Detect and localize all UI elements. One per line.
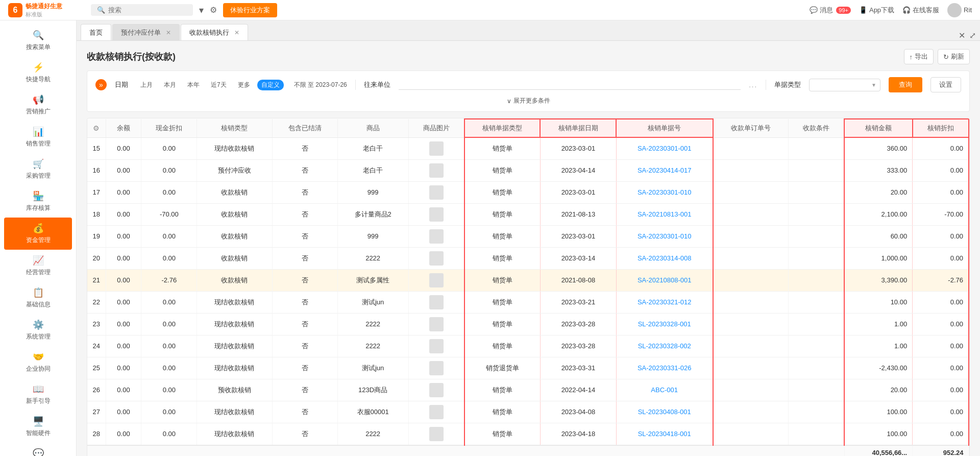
cell-verify-amount: 1,000.00 [844,247,913,269]
sidebar-item-basic-info[interactable]: 📋 基础信息 [0,282,76,314]
cell-verify-bill-no[interactable]: SA-20230301-010 [616,225,713,247]
cell-verify-discount: 0.00 [913,159,969,181]
industry-solution-button[interactable]: 休验行业方案 [223,3,277,17]
date-btn-custom[interactable]: 自定义 [257,80,284,90]
top-bar: 6 畅捷通好生意 标准版 🔍 ▾ ⚙ 休验行业方案 💬 消息 99+ 📱 App… [0,0,980,20]
sidebar-item-inventory[interactable]: 🏪 库存核算 [0,185,76,218]
footer-verify-discount-total: 952.24 [913,445,969,457]
sidebar-item-hardware[interactable]: 🖥️ 智能硬件 [0,411,76,443]
window-close-icon[interactable]: ✕ [959,31,965,40]
tab-receipt-verify[interactable]: 收款核销执行 ✕ [181,24,248,40]
cell-verify-bill-no[interactable]: ABC-001 [616,379,713,401]
refresh-button[interactable]: ↻ 刷新 [938,49,970,64]
top-search-input[interactable] [108,6,180,14]
table-row: 250.000.00现结收款核销否测试jun 销货退货单2023-03-31SA… [87,357,969,379]
verify-bill-no-link[interactable]: SA-20230321-012 [638,298,692,306]
sidebar-item-quick-nav[interactable]: ⚡ 快捷导航 [0,57,76,89]
cell-verify-bill-no[interactable]: SA-20230314-008 [616,247,713,269]
cell-cash-discount: 0.00 [141,313,197,335]
cell-verify-amount: 3,390.00 [844,269,913,291]
filter-expand-button[interactable]: » [95,79,107,90]
cell-verify-bill-no[interactable]: SL-20230328-001 [616,313,713,335]
verify-bill-no-link[interactable]: ABC-001 [651,386,678,394]
cell-verify-bill-no[interactable]: SL-20230408-001 [616,401,713,423]
sidebar-item-search[interactable]: 🔍 搜索菜单 [0,25,76,57]
cell-cash-discount: -2.76 [141,269,197,291]
online-service-button[interactable]: 🎧 在线客服 [902,6,939,15]
cell-verify-type: 收款核销 [197,225,272,247]
expand-more-conditions[interactable]: ∨ 展开更多条件 [95,97,961,105]
cell-verify-bill-no[interactable]: SA-20210808-001 [616,269,713,291]
cell-verify-amount: 1.00 [844,313,913,335]
date-btn-last-month[interactable]: 上月 [136,80,157,90]
tab-home[interactable]: 首页 [81,24,111,40]
verify-bill-no-link[interactable]: SL-20230418-001 [638,430,691,438]
date-btn-last-7days[interactable]: 近7天 [207,80,231,90]
sidebar-item-operations[interactable]: 📈 经营管理 [0,250,76,282]
cell-verify-bill-no[interactable]: SA-20230301-001 [616,137,713,159]
table-settings-icon[interactable]: ⚙ [93,124,100,132]
date-btn-this-month[interactable]: 本月 [160,80,180,90]
sidebar-item-sales[interactable]: 📊 销售管理 [0,121,76,153]
filter-bill-type-select[interactable] [809,79,880,91]
table-footer-spacer [87,445,844,457]
window-controls: ✕ ⤢ [959,31,976,40]
sidebar-item-guide[interactable]: 📖 新手引导 [0,378,76,411]
sidebar-item-finance[interactable]: 💰 资金管理 [4,218,72,250]
sidebar-label-search: 搜索菜单 [26,43,51,52]
verify-bill-no-link[interactable]: SA-20230301-001 [638,145,692,152]
verify-bill-no-link[interactable]: SA-20230301-010 [638,232,692,240]
cell-verify-discount: -70.00 [913,203,969,225]
sidebar-item-marketing[interactable]: 📢 营销推广 [0,89,76,121]
export-icon: ↑ [910,53,913,61]
top-search-wrap[interactable]: 🔍 [91,4,193,16]
tab-prepay[interactable]: 预付冲应付单 ✕ [112,24,180,40]
cell-goods: 2222 [337,423,408,445]
setting-button[interactable]: 设置 [930,77,961,92]
verify-bill-no-link[interactable]: SA-20210808-001 [638,276,692,284]
sidebar-item-purchase[interactable]: 🛒 采购管理 [0,153,76,185]
filter-from-unit-input[interactable] [399,80,741,90]
cell-balance: 0.00 [106,423,141,445]
cell-verify-bill-no[interactable]: SA-20230321-012 [616,291,713,313]
chevron-down-icon[interactable]: ▾ [199,5,204,16]
verify-bill-no-link[interactable]: SL-20230408-001 [638,408,691,416]
gear-icon[interactable]: ⚙ [210,5,217,15]
sidebar-item-wechat[interactable]: 💬 企业微信 [0,443,76,456]
cell-verify-bill-no[interactable]: SA-20210813-001 [616,203,713,225]
cell-include-settled: 否 [272,423,337,445]
cell-balance: 0.00 [106,159,141,181]
user-menu[interactable]: Rit [947,3,972,17]
tab-prepay-close[interactable]: ✕ [166,29,171,36]
system-icon: ⚙️ [33,319,44,330]
date-btn-this-year[interactable]: 本年 [183,80,204,90]
cell-verify-bill-no[interactable]: SA-20230331-026 [616,357,713,379]
verify-bill-no-link[interactable]: SA-20230314-008 [638,254,692,262]
query-button[interactable]: 查询 [889,77,922,92]
verify-bill-no-link[interactable]: SL-20230328-002 [638,342,691,350]
cell-num: 22 [87,291,106,313]
window-maximize-icon[interactable]: ⤢ [969,31,976,40]
verify-bill-no-link[interactable]: SA-20230301-010 [638,188,692,196]
message-button[interactable]: 💬 消息 99+ [810,6,851,15]
cell-goods-img [408,401,464,423]
quick-nav-icon: ⚡ [33,62,44,73]
export-button[interactable]: ↑ 导出 [904,49,934,64]
date-btn-more[interactable]: 更多 [234,80,254,90]
tab-receipt-verify-close[interactable]: ✕ [234,29,239,36]
sidebar-item-system[interactable]: ⚙️ 系统管理 [0,314,76,346]
cell-include-settled: 否 [272,401,337,423]
verify-bill-no-link[interactable]: SL-20230328-001 [638,320,691,328]
cell-verify-bill-no[interactable]: SA-20230414-017 [616,159,713,181]
cell-receipt-condition [789,313,844,335]
verify-bill-no-link[interactable]: SA-20230331-026 [638,364,692,372]
verify-bill-no-link[interactable]: SA-20230414-017 [638,166,692,174]
col-header-cash-discount: 现金折扣 [141,119,197,137]
cell-verify-bill-no[interactable]: SL-20230418-001 [616,423,713,445]
cell-verify-bill-no[interactable]: SL-20230328-002 [616,335,713,357]
cell-verify-bill-no[interactable]: SA-20230301-010 [616,181,713,203]
app-download-button[interactable]: 📱 App下载 [859,6,894,15]
verify-bill-no-link[interactable]: SA-20210813-001 [638,210,692,218]
cell-verify-amount: 333.00 [844,159,913,181]
sidebar-item-enterprise[interactable]: 🤝 企业协同 [0,346,76,378]
